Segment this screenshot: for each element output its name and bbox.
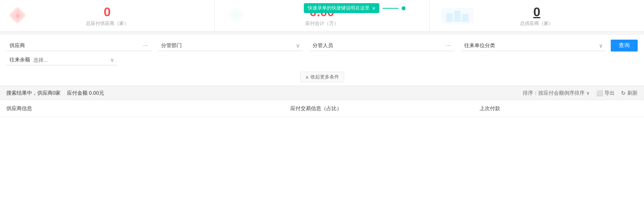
stat-total-payable-suppliers: ◇ 0 总应付供应商（家） xyxy=(0,0,215,31)
person-label: 分管人员 xyxy=(312,42,333,49)
sort-label: 排序：按应付会额倒序排序 xyxy=(523,90,585,97)
person-filter[interactable]: 分管人员 ··· xyxy=(309,40,455,51)
table-col-last-payment: 上次付款 xyxy=(480,105,638,112)
building-icon xyxy=(438,8,473,24)
collapse-button[interactable]: ∧ 收起更多条件 xyxy=(300,72,344,82)
department-filter[interactable]: 分管部门 ∨ xyxy=(158,40,303,51)
tooltip-text: 快速录单的快捷键说明在这里 xyxy=(308,5,370,11)
result-amount: 应付金额 0.00元 xyxy=(67,90,104,96)
sort-dropdown[interactable]: 排序：按应付会额倒序排序 ∨ xyxy=(523,90,590,97)
coin-icon: ¥ xyxy=(227,6,246,26)
tooltip-bubble: 快速录单的快捷键说明在这里 × xyxy=(304,3,379,13)
query-button[interactable]: 查询 xyxy=(611,40,638,51)
collapse-text: 收起更多条件 xyxy=(311,74,339,80)
svg-text:¥: ¥ xyxy=(234,11,238,18)
result-text: 搜索结果中，供应商0家 xyxy=(6,90,61,96)
sort-chevron-icon: ∨ xyxy=(586,90,590,96)
filter-row-1: 供应商 ··· 分管部门 ∨ 分管人员 ··· 往来单位分类 ∨ 查询 xyxy=(6,40,638,51)
filter-row-2: 往来余额 ∨ xyxy=(6,55,638,65)
supplier-filter[interactable]: 供应商 ··· xyxy=(6,40,152,51)
table-area: 供应商信息 应付交易信息（占比） 上次付款 xyxy=(0,100,644,204)
department-label: 分管部门 xyxy=(161,42,182,49)
table-header: 供应商信息 应付交易信息（占比） 上次付款 xyxy=(0,100,644,117)
department-chevron[interactable]: ∨ xyxy=(296,42,300,49)
result-info: 搜索结果中，供应商0家 应付金额 0.00元 xyxy=(6,90,104,97)
stats-bar: ◇ 0 总应付供应商（家） ¥ 快速录单的快捷键说明在这里 × 0.00 应付合… xyxy=(0,0,644,32)
table-body xyxy=(0,117,644,204)
tooltip-dot xyxy=(402,6,406,10)
svg-rect-9 xyxy=(446,21,469,22)
stat-label-payable-total: 应付合计（万） xyxy=(305,20,339,27)
supplier-dots[interactable]: ··· xyxy=(143,42,148,49)
export-label: 导出 xyxy=(604,90,615,97)
supplier-label: 供应商 xyxy=(10,42,25,49)
export-icon: ⬜ xyxy=(596,90,603,96)
svg-rect-8 xyxy=(462,14,469,22)
stat-label-payable-suppliers: 总应付供应商（家） xyxy=(86,20,129,27)
table-col-transaction-info: 应付交易信息（占比） xyxy=(290,105,480,112)
department-input[interactable] xyxy=(185,42,296,48)
balance-input[interactable] xyxy=(33,57,110,63)
person-dots[interactable]: ··· xyxy=(446,42,451,49)
filter-bar: 供应商 ··· 分管部门 ∨ 分管人员 ··· 往来单位分类 ∨ 查询 往来余额 xyxy=(0,35,644,86)
refresh-label: 刷新 xyxy=(627,90,638,97)
svg-rect-6 xyxy=(446,13,453,22)
balance-chevron[interactable]: ∨ xyxy=(110,57,114,63)
balance-filter[interactable]: 往来余额 ∨ xyxy=(6,55,117,65)
table-col-supplier-info: 供应商信息 xyxy=(6,105,290,112)
result-actions: 排序：按应付会额倒序排序 ∨ ⬜ 导出 ↻ 刷新 xyxy=(523,90,638,97)
stat-number-total-suppliers: 0 xyxy=(533,4,540,19)
unit-category-input[interactable] xyxy=(498,42,599,48)
stat-number-payable-suppliers: 0 xyxy=(104,4,111,19)
refresh-icon: ↻ xyxy=(621,90,626,96)
stat-payable-total: ¥ 快速录单的快捷键说明在这里 × 0.00 应付合计（万） xyxy=(215,0,429,31)
collapse-icon: ∧ xyxy=(305,74,309,80)
svg-text:◇: ◇ xyxy=(15,12,20,18)
stat-total-suppliers: 0 总供应商（家） xyxy=(430,0,644,31)
export-button[interactable]: ⬜ 导出 xyxy=(596,90,615,97)
tooltip-container: 快速录单的快捷键说明在这里 × xyxy=(304,3,405,13)
diamond-icon: ◇ xyxy=(8,6,27,26)
refresh-button[interactable]: ↻ 刷新 xyxy=(621,90,638,97)
result-bar: 搜索结果中，供应商0家 应付金额 0.00元 排序：按应付会额倒序排序 ∨ ⬜ … xyxy=(0,86,644,100)
unit-category-chevron[interactable]: ∨ xyxy=(599,42,603,49)
tooltip-line xyxy=(383,8,398,9)
unit-category-label: 往来单位分类 xyxy=(464,42,495,49)
unit-category-filter[interactable]: 往来单位分类 ∨ xyxy=(461,40,606,51)
tooltip-close-btn[interactable]: × xyxy=(372,5,375,11)
supplier-input[interactable] xyxy=(28,42,143,48)
person-input[interactable] xyxy=(336,42,446,48)
balance-label: 往来余额 xyxy=(10,56,30,63)
svg-rect-7 xyxy=(454,11,461,22)
stat-label-total-suppliers: 总供应商（家） xyxy=(520,20,553,27)
